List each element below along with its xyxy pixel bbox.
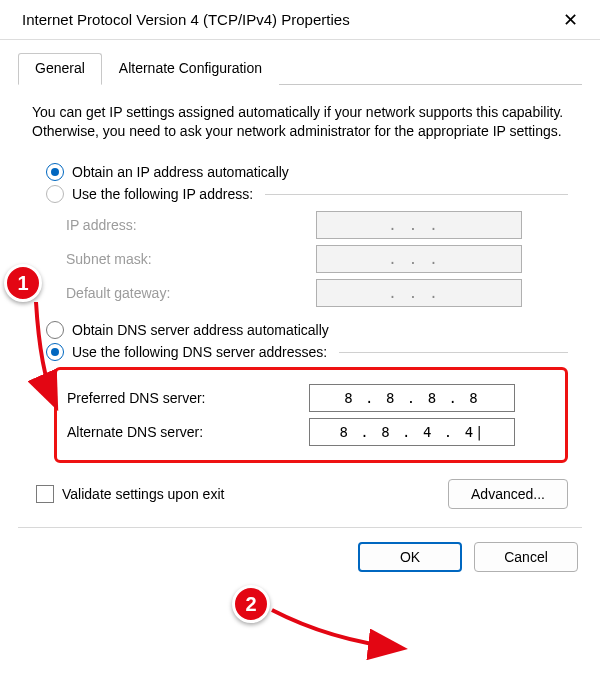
dns-fields-highlight: Preferred DNS server: 8 . 8 . 8 . 8 Alte… <box>54 367 568 463</box>
checkbox-label: Validate settings upon exit <box>62 486 224 502</box>
radio-label: Use the following IP address: <box>72 186 259 202</box>
window-titlebar: Internet Protocol Version 4 (TCP/IPv4) P… <box>0 0 600 40</box>
tab-alternate-configuration[interactable]: Alternate Configuration <box>102 53 279 85</box>
close-icon[interactable]: ✕ <box>550 0 590 40</box>
window-title: Internet Protocol Version 4 (TCP/IPv4) P… <box>22 11 350 28</box>
alternate-dns-row: Alternate DNS server: 8 . 8 . 4 . 4| <box>67 418 557 446</box>
preferred-dns-row: Preferred DNS server: 8 . 8 . 8 . 8 <box>67 384 557 412</box>
group-divider <box>265 194 568 195</box>
subnet-mask-input: ... <box>316 245 522 273</box>
radio-label: Obtain DNS server address automatically <box>72 322 329 338</box>
default-gateway-row: Default gateway: ... <box>66 279 568 307</box>
subnet-mask-row: Subnet mask: ... <box>66 245 568 273</box>
default-gateway-label: Default gateway: <box>66 285 316 301</box>
validate-settings-checkbox[interactable]: Validate settings upon exit <box>36 485 224 503</box>
radio-icon <box>46 163 64 181</box>
checkbox-icon <box>36 485 54 503</box>
radio-use-ip-manual[interactable]: Use the following IP address: <box>46 185 568 203</box>
ok-button[interactable]: OK <box>358 542 462 572</box>
radio-label: Obtain an IP address automatically <box>72 164 289 180</box>
preferred-dns-label: Preferred DNS server: <box>67 390 309 406</box>
description-text: You can get IP settings assigned automat… <box>32 103 568 141</box>
alternate-dns-label: Alternate DNS server: <box>67 424 309 440</box>
alternate-dns-input[interactable]: 8 . 8 . 4 . 4| <box>309 418 515 446</box>
ip-address-row: IP address: ... <box>66 211 568 239</box>
default-gateway-input: ... <box>316 279 522 307</box>
subnet-mask-label: Subnet mask: <box>66 251 316 267</box>
cancel-button[interactable]: Cancel <box>474 542 578 572</box>
radio-obtain-ip-auto[interactable]: Obtain an IP address automatically <box>46 163 568 181</box>
annotation-step-1: 1 <box>4 264 42 302</box>
ip-address-input: ... <box>316 211 522 239</box>
tab-general[interactable]: General <box>18 53 102 85</box>
tab-content: You can get IP settings assigned automat… <box>0 85 600 509</box>
radio-icon <box>46 185 64 203</box>
radio-use-dns-manual[interactable]: Use the following DNS server addresses: <box>46 343 568 361</box>
preferred-dns-input[interactable]: 8 . 8 . 8 . 8 <box>309 384 515 412</box>
annotation-step-2: 2 <box>232 585 270 623</box>
radio-icon <box>46 321 64 339</box>
advanced-button[interactable]: Advanced... <box>448 479 568 509</box>
ip-fields-group: IP address: ... Subnet mask: ... Default… <box>66 211 568 307</box>
ip-address-label: IP address: <box>66 217 316 233</box>
tab-strip: General Alternate Configuration <box>18 52 582 85</box>
dialog-footer: OK Cancel <box>0 528 600 572</box>
radio-icon <box>46 343 64 361</box>
group-divider <box>339 352 568 353</box>
radio-label: Use the following DNS server addresses: <box>72 344 333 360</box>
radio-obtain-dns-auto[interactable]: Obtain DNS server address automatically <box>46 321 568 339</box>
